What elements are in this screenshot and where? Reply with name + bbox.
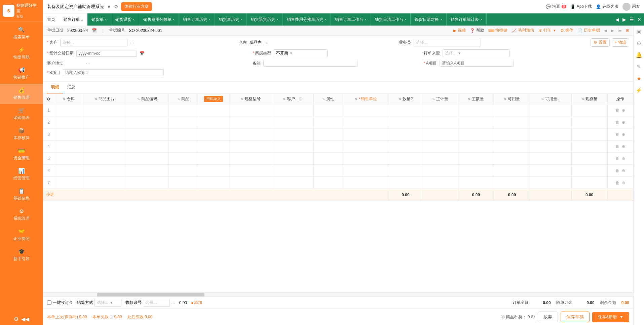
row-3-warehouse[interactable]: [54, 128, 83, 140]
row-3-unit[interactable]: [343, 128, 389, 140]
delivery-input[interactable]: [76, 50, 137, 57]
th-available2[interactable]: ⇅可用量...: [530, 94, 571, 104]
tab-cost-history-close[interactable]: ×: [325, 18, 327, 22]
row-7-available[interactable]: [494, 177, 530, 189]
row-5-unit[interactable]: [343, 153, 389, 165]
th-warehouse[interactable]: ⇅仓库: [54, 94, 83, 104]
nav-prev-icon[interactable]: ◀: [614, 16, 620, 23]
right-panel-icon-3[interactable]: 🔔: [634, 50, 644, 59]
row-4-unit[interactable]: [343, 140, 389, 153]
row-1-attr[interactable]: [313, 104, 343, 116]
row-4-code[interactable]: [126, 140, 168, 153]
row-5-available[interactable]: [494, 153, 530, 165]
row-3-product[interactable]: [168, 128, 198, 140]
customer-input[interactable]: 选择...: [60, 39, 127, 46]
tab-sales-invoice-close[interactable]: ×: [105, 18, 107, 22]
invoice-select[interactable]: 不开票 ▼: [274, 49, 328, 57]
add-goods-btn[interactable]: + 物流: [612, 38, 629, 47]
tab-order-workbench[interactable]: 销售订单工作台 ×: [331, 13, 371, 26]
row-5-copy-icon[interactable]: ⊕: [622, 156, 625, 161]
row-4-warehouse[interactable]: [54, 140, 83, 153]
toolbar-list-icon[interactable]: ☰: [618, 28, 622, 33]
row-7-main-qty[interactable]: [458, 177, 494, 189]
row-1-img[interactable]: [83, 104, 126, 116]
toolbar-prev-icon[interactable]: ◀: [604, 28, 607, 33]
customer-more-icon[interactable]: ···: [130, 40, 134, 45]
one-click-checkbox[interactable]: [47, 300, 51, 305]
add-payment-btn[interactable]: ● 添加: [191, 300, 202, 306]
th-main-qty[interactable]: ⇅主数量: [458, 94, 494, 104]
row-5-qty2[interactable]: [389, 153, 422, 165]
row-3-delete-icon[interactable]: 🗑: [615, 132, 619, 137]
settings-btn[interactable]: ⚙ 设置: [591, 38, 609, 47]
row-5-main-unit[interactable]: [422, 153, 458, 165]
row-2-product[interactable]: [168, 116, 198, 128]
right-panel-icon-2[interactable]: ⊙: [635, 39, 642, 48]
row-4-delete-icon[interactable]: 🗑: [615, 144, 619, 149]
print-dropdown-icon[interactable]: ▼: [553, 29, 556, 32]
row-7-customer-code[interactable]: [272, 177, 313, 189]
toolbar-next-icon[interactable]: ▶: [611, 28, 614, 33]
discard-button[interactable]: 放弃: [538, 312, 558, 322]
toolbar-shortcut-item[interactable]: ⌨ 快捷键: [488, 28, 507, 33]
row-4-stock[interactable]: [571, 140, 607, 153]
tab-order-workbench-close[interactable]: ×: [365, 18, 367, 22]
tab-cash-workbench[interactable]: 钱货日清工作台 ×: [371, 13, 411, 26]
row-4-attr[interactable]: [313, 140, 343, 153]
row-3-available[interactable]: [494, 128, 530, 140]
row-5-available2[interactable]: [530, 153, 571, 165]
warehouse-more-icon[interactable]: ···: [264, 40, 268, 45]
row-3-qty2[interactable]: [389, 128, 422, 140]
toolbar-print-item[interactable]: 🖨 打印 ▼: [538, 28, 556, 33]
online-service-item[interactable]: 👤 在线客服: [596, 4, 618, 9]
row-6-main-qty[interactable]: [458, 165, 494, 177]
row-2-available[interactable]: [494, 116, 530, 128]
save-new-button[interactable]: 保存&新增 ▼: [592, 312, 629, 322]
calendar-icon[interactable]: 📅: [92, 28, 97, 33]
row-1-unit[interactable]: [343, 104, 389, 116]
row-4-qty2[interactable]: [389, 140, 422, 153]
row-1-code[interactable]: [126, 104, 168, 116]
th-customer-code[interactable]: ⇅客户...ⓘ: [272, 94, 313, 104]
th-stock[interactable]: ⇅现存量: [571, 94, 607, 104]
addr-more-icon[interactable]: ···: [86, 60, 90, 66]
calendar2-icon[interactable]: 📅: [140, 51, 145, 56]
table-setting-icon[interactable]: ⚙: [47, 97, 50, 101]
row-6-stock[interactable]: [571, 165, 607, 177]
row-6-warehouse[interactable]: [54, 165, 83, 177]
right-panel-icon-5[interactable]: ★: [635, 74, 643, 83]
row-6-img[interactable]: [83, 165, 126, 177]
nav-list-icon[interactable]: ☰: [628, 16, 635, 23]
toolbar-grid-icon[interactable]: ⊞: [626, 28, 629, 33]
sidebar-item-marketing[interactable]: 📢 营销推广: [0, 64, 43, 84]
row-5-product[interactable]: [168, 153, 198, 165]
row-2-spec[interactable]: [229, 116, 272, 128]
tab-sales-return-close[interactable]: ×: [133, 18, 135, 22]
tab-cash-workbench-close[interactable]: ×: [405, 18, 407, 22]
row-5-customer-code[interactable]: [272, 153, 313, 165]
tab-sales-stats[interactable]: 销售订单统计表 ×: [447, 13, 487, 26]
sidebar-item-quick-nav[interactable]: ⚡ 快捷导航: [0, 43, 43, 64]
staff-input[interactable]: 选择...: [414, 39, 481, 46]
remark-input[interactable]: [263, 60, 357, 67]
tab-sales-return[interactable]: 销货退货 ×: [111, 13, 139, 26]
row-7-copy-icon[interactable]: ⊕: [622, 180, 625, 185]
tab-invoice-history[interactable]: 销货单历史 ×: [215, 13, 247, 26]
row-4-copy-icon[interactable]: ⊕: [622, 144, 625, 149]
toolbar-history-item[interactable]: 📄 历史单据: [577, 28, 600, 33]
sidebar-item-finance[interactable]: 💳 资金管理: [0, 144, 43, 164]
toolbar-ops-item[interactable]: ⚙ 操作: [560, 28, 573, 33]
row-1-available[interactable]: [494, 104, 530, 116]
row-6-attr[interactable]: [313, 165, 343, 177]
th-spec[interactable]: ⇅规格型号: [229, 94, 272, 104]
dropdown-arrow-icon[interactable]: ▼: [107, 4, 111, 9]
row-5-stock[interactable]: [571, 153, 607, 165]
tab-sales-invoice[interactable]: 销货单 ×: [87, 13, 111, 26]
row-5-delete-icon[interactable]: 🗑: [615, 156, 619, 161]
row-2-code[interactable]: [126, 116, 168, 128]
settings-bottom-icon[interactable]: ⚙: [14, 316, 18, 322]
row-5-code[interactable]: [126, 153, 168, 165]
b-project-input[interactable]: [63, 69, 164, 76]
tab-detail[interactable]: 明细: [47, 82, 63, 93]
tab-sales-order-close[interactable]: ×: [81, 18, 83, 22]
